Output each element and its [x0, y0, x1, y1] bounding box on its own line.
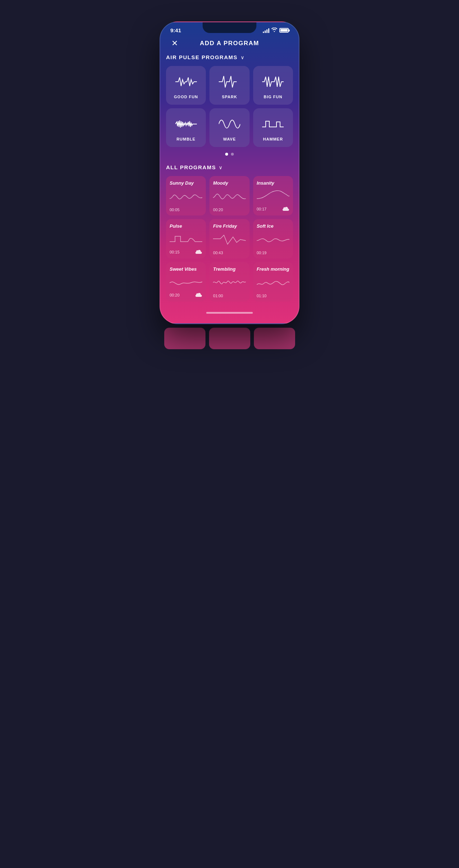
fresh-morning-name: Fresh morning	[257, 266, 289, 272]
moody-name: Moody	[213, 180, 246, 186]
battery-icon	[279, 28, 289, 33]
good-fun-label: GOOD FUN	[174, 95, 198, 99]
phone-frame: 9:41 ✕	[160, 22, 299, 324]
sweet-vibes-time: 00:20	[170, 293, 180, 297]
pagination	[166, 153, 293, 156]
trembling-wave	[213, 273, 246, 292]
notch	[203, 22, 256, 33]
moody-footer: 00:20	[213, 208, 246, 212]
insanity-time: 00:17	[257, 207, 267, 211]
soft-ice-wave	[257, 230, 289, 249]
status-right	[263, 28, 289, 33]
rumble-label: RUMBLE	[176, 137, 195, 141]
pulse-card-rumble[interactable]: RUMBLE	[166, 108, 206, 147]
hammer-label: HAMMER	[263, 137, 283, 141]
program-card-sweet-vibes[interactable]: Sweet Vibes 00:20	[166, 262, 206, 302]
content-area: AIR PULSE PROGRAMS ∨ GOOD FUN SPARK	[160, 54, 299, 319]
pagination-dot-1[interactable]	[225, 153, 228, 156]
moody-wave	[213, 187, 246, 206]
insanity-footer: 00:17	[257, 206, 289, 212]
signal-icon	[263, 28, 269, 33]
wifi-icon	[271, 28, 277, 33]
fire-friday-footer: 00:43	[213, 251, 246, 255]
all-programs-title: ALL PROGRAMS	[166, 164, 216, 170]
insanity-name: Insanity	[257, 180, 289, 186]
air-pulse-section-header[interactable]: AIR PULSE PROGRAMS ∨	[166, 54, 293, 60]
insanity-cloud-icon	[282, 206, 289, 212]
pulse-card-wave[interactable]: WAVE	[209, 108, 249, 147]
wave-icon	[219, 117, 240, 131]
pulse-wave	[170, 230, 202, 248]
trembling-time: 01:00	[213, 294, 223, 298]
air-pulse-chevron: ∨	[241, 54, 244, 60]
pulse-name: Pulse	[170, 223, 202, 229]
program-card-pulse[interactable]: Pulse 00:15	[166, 219, 206, 258]
home-indicator	[166, 309, 293, 319]
trembling-footer: 01:00	[213, 294, 246, 298]
sunny-day-time: 00:05	[170, 208, 180, 212]
bottom-peek-cards	[158, 328, 301, 349]
sweet-vibes-footer: 00:20	[170, 292, 202, 298]
soft-ice-footer: 00:19	[257, 251, 289, 255]
close-icon: ✕	[171, 39, 178, 47]
soft-ice-time: 00:19	[257, 251, 267, 255]
phone-wrapper: 9:41 ✕	[160, 22, 299, 349]
program-card-sunny-day[interactable]: Sunny Day 00:05	[166, 176, 206, 215]
program-card-insanity[interactable]: Insanity 00:17	[253, 176, 293, 215]
program-card-fire-friday[interactable]: Fire Friday 00:43	[209, 219, 249, 258]
close-button[interactable]: ✕	[169, 38, 180, 49]
sweet-vibes-name: Sweet Vibes	[170, 266, 202, 272]
good-fun-icon	[175, 75, 197, 89]
rumble-icon	[175, 117, 197, 131]
big-fun-label: BIG FUN	[264, 95, 282, 99]
wave-label: WAVE	[223, 137, 236, 141]
pulse-card-good-fun[interactable]: GOOD FUN	[166, 66, 206, 105]
program-card-trembling[interactable]: Trembling 01:00	[209, 262, 249, 302]
header: ✕ ADD A PROGRAM	[160, 36, 299, 54]
program-card-moody[interactable]: Moody 00:20	[209, 176, 249, 215]
pagination-dot-2[interactable]	[231, 153, 234, 156]
insanity-wave	[257, 187, 289, 205]
home-bar	[206, 312, 253, 314]
pulse-card-big-fun[interactable]: BIG FUN	[253, 66, 293, 105]
time-display: 9:41	[170, 27, 181, 33]
air-pulse-title: AIR PULSE PROGRAMS	[166, 54, 238, 60]
program-card-fresh-morning[interactable]: Fresh morning 01:10	[253, 262, 293, 302]
peek-card-1	[164, 328, 205, 349]
page-title: ADD A PROGRAM	[200, 40, 259, 47]
spark-icon	[219, 75, 240, 89]
fresh-morning-wave	[257, 273, 289, 292]
sunny-day-wave	[170, 187, 202, 206]
all-programs-section-header[interactable]: ALL PROGRAMS ∨	[166, 164, 293, 170]
programs-grid: Sunny Day 00:05 Moody 00:20	[166, 176, 293, 302]
all-programs-chevron: ∨	[219, 165, 222, 170]
peek-card-3	[254, 328, 295, 349]
pulse-cloud-icon	[195, 249, 202, 255]
pulse-card-hammer[interactable]: HAMMER	[253, 108, 293, 147]
sunny-day-name: Sunny Day	[170, 180, 202, 186]
fire-friday-name: Fire Friday	[213, 223, 246, 229]
peek-card-2	[209, 328, 250, 349]
fire-friday-time: 00:43	[213, 251, 223, 255]
sweet-vibes-wave	[170, 273, 202, 291]
hammer-icon	[262, 117, 284, 131]
program-card-soft-ice[interactable]: Soft Ice 00:19	[253, 219, 293, 258]
pulse-time: 00:15	[170, 250, 180, 254]
spark-label: SPARK	[222, 95, 237, 99]
fire-friday-wave	[213, 230, 246, 249]
pulse-footer: 00:15	[170, 249, 202, 255]
big-fun-icon	[262, 75, 284, 89]
air-pulse-grid: GOOD FUN SPARK BIG FUN	[166, 66, 293, 147]
soft-ice-name: Soft Ice	[257, 223, 289, 229]
sunny-day-footer: 00:05	[170, 208, 202, 212]
fresh-morning-footer: 01:10	[257, 294, 289, 298]
trembling-name: Trembling	[213, 266, 246, 272]
moody-time: 00:20	[213, 208, 223, 212]
fresh-morning-time: 01:10	[257, 294, 267, 298]
pulse-card-spark[interactable]: SPARK	[209, 66, 249, 105]
sweet-vibes-cloud-icon	[195, 292, 202, 298]
